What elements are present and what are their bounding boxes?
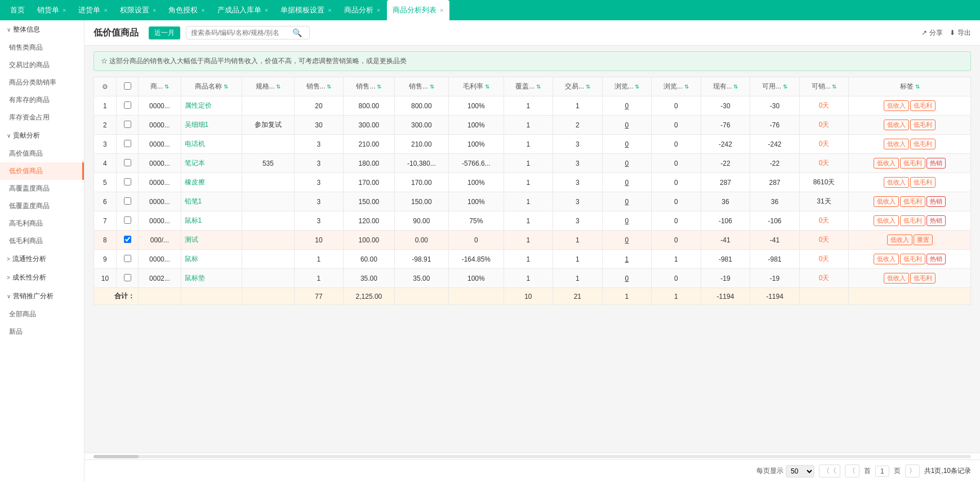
cell-checkbox[interactable] xyxy=(116,154,138,173)
nav-product-instock[interactable]: 产成品入库单 × xyxy=(212,0,274,20)
sort-icon[interactable]: ⇅ xyxy=(428,83,434,90)
sort-icon[interactable]: ⇅ xyxy=(732,83,738,90)
row-checkbox[interactable] xyxy=(124,121,131,128)
per-page-select[interactable]: 50 100 200 xyxy=(786,465,814,477)
first-page-button[interactable]: 〈〈 xyxy=(819,465,840,477)
nav-purchase-order[interactable]: 进货单 × xyxy=(73,0,113,20)
sort-icon[interactable]: ⇅ xyxy=(831,83,837,90)
sidebar-item-low-value[interactable]: 低价值商品 xyxy=(0,162,84,180)
browse-link[interactable]: 0 xyxy=(625,160,629,167)
nav-product-analysis-list[interactable]: 商品分析列表 × xyxy=(387,0,449,20)
row-checkbox[interactable] xyxy=(124,236,131,243)
cell-name[interactable]: 电话机 xyxy=(181,135,242,154)
sort-icon[interactable]: ⇅ xyxy=(326,83,332,90)
sort-icon[interactable]: ⇅ xyxy=(163,83,169,90)
sort-icon[interactable]: ⇅ xyxy=(914,83,920,90)
sidebar-item-high-coverage[interactable]: 高覆盖度商品 xyxy=(0,180,84,197)
nav-permission[interactable]: 权限设置 × xyxy=(114,0,162,20)
sort-icon[interactable]: ⇅ xyxy=(683,83,689,90)
time-filter-button[interactable]: 近一月 xyxy=(149,26,180,39)
search-icon[interactable]: 🔍 xyxy=(292,28,302,37)
nav-home[interactable]: 首页 xyxy=(5,0,30,20)
sidebar-section-growth[interactable]: > 成长性分析 xyxy=(0,268,84,287)
sidebar-item-all-products[interactable]: 全部商品 xyxy=(0,306,84,323)
sidebar-section-contribution[interactable]: ∨ 贡献分析 xyxy=(0,126,84,145)
close-icon[interactable]: × xyxy=(265,7,268,14)
sidebar-section-overall[interactable]: ∨ 整体信息 xyxy=(0,20,84,39)
nav-template-settings[interactable]: 单据模板设置 × xyxy=(275,0,337,20)
browse-link[interactable]: 0 xyxy=(625,217,629,225)
sort-icon[interactable]: ⇅ xyxy=(781,83,787,90)
close-icon[interactable]: × xyxy=(440,7,443,14)
cell-checkbox[interactable] xyxy=(116,173,138,192)
cell-name[interactable]: 鼠标垫 xyxy=(181,269,242,288)
select-all-checkbox[interactable] xyxy=(124,82,131,90)
cell-checkbox[interactable] xyxy=(116,269,138,288)
browse-link[interactable]: 0 xyxy=(625,198,629,206)
sidebar-section-marketing[interactable]: ∨ 营销推广分析 xyxy=(0,287,84,306)
sidebar-item-low-margin[interactable]: 低毛利商品 xyxy=(0,232,84,250)
nav-role-auth[interactable]: 角色授权 × xyxy=(163,0,210,20)
sidebar-section-flow[interactable]: > 流通性分析 xyxy=(0,250,84,268)
sort-icon[interactable]: ⇅ xyxy=(634,83,640,90)
cell-checkbox[interactable] xyxy=(116,231,138,250)
browse-link[interactable]: 0 xyxy=(625,121,629,129)
prev-page-button[interactable]: 〈 xyxy=(845,465,859,477)
sidebar-item-stocked-products[interactable]: 有库存的商品 xyxy=(0,91,84,109)
cell-checkbox[interactable] xyxy=(116,250,138,269)
cell-name[interactable]: 鼠标1 xyxy=(181,211,242,231)
row-checkbox[interactable] xyxy=(124,101,131,109)
sidebar-item-low-coverage[interactable]: 低覆盖度商品 xyxy=(0,197,84,215)
cell-name[interactable]: 属性定价 xyxy=(181,96,242,116)
col-settings[interactable]: ⚙ xyxy=(94,77,117,96)
sort-icon[interactable]: ⇅ xyxy=(222,83,228,90)
sidebar-item-new-products[interactable]: 新品 xyxy=(0,323,84,341)
row-checkbox[interactable] xyxy=(124,197,131,205)
sort-icon[interactable]: ⇅ xyxy=(483,83,489,90)
browse-link[interactable]: 0 xyxy=(625,275,629,282)
sidebar-item-high-value[interactable]: 高价值商品 xyxy=(0,145,84,162)
cell-name[interactable]: 鼠标 xyxy=(181,250,242,269)
cell-checkbox[interactable] xyxy=(116,192,138,211)
sidebar-item-high-margin[interactable]: 高毛利商品 xyxy=(0,215,84,232)
sidebar-item-traded-products[interactable]: 交易过的商品 xyxy=(0,56,84,74)
close-icon[interactable]: × xyxy=(377,7,380,14)
sort-icon[interactable]: ⇅ xyxy=(534,83,541,90)
sidebar-item-stock-capital[interactable]: 库存资金占用 xyxy=(0,109,84,126)
row-checkbox[interactable] xyxy=(124,140,131,147)
close-icon[interactable]: × xyxy=(201,7,204,14)
cell-checkbox[interactable] xyxy=(116,96,138,116)
row-checkbox[interactable] xyxy=(124,178,131,185)
sidebar-item-sales-products[interactable]: 销售类商品 xyxy=(0,39,84,56)
browse-link[interactable]: 1 xyxy=(625,255,629,263)
sort-icon[interactable]: ⇅ xyxy=(275,83,281,90)
gear-icon[interactable]: ⚙ xyxy=(102,83,108,91)
sidebar-item-category-rate[interactable]: 商品分类助销率 xyxy=(0,74,84,91)
close-icon[interactable]: × xyxy=(153,7,156,14)
browse-link[interactable]: 0 xyxy=(625,102,629,110)
close-icon[interactable]: × xyxy=(63,7,66,14)
cell-checkbox[interactable] xyxy=(116,116,138,135)
row-checkbox[interactable] xyxy=(124,159,131,166)
browse-link[interactable]: 0 xyxy=(625,140,629,148)
close-icon[interactable]: × xyxy=(328,7,331,14)
export-button[interactable]: ⬇ 导出 xyxy=(950,28,971,38)
share-button[interactable]: ↗ 分享 xyxy=(921,28,943,38)
nav-product-analysis[interactable]: 商品分析 × xyxy=(338,0,386,20)
cell-name[interactable]: 测试 xyxy=(181,231,242,250)
browse-link[interactable]: 0 xyxy=(625,236,629,244)
cell-name[interactable]: 铅笔1 xyxy=(181,192,242,211)
browse-link[interactable]: 0 xyxy=(625,179,629,187)
nav-sales-order[interactable]: 销货单 × xyxy=(32,0,72,20)
cell-checkbox[interactable] xyxy=(116,135,138,154)
cell-name[interactable]: 笔记本 xyxy=(181,154,242,173)
scroll-thumb[interactable] xyxy=(93,455,139,458)
row-checkbox[interactable] xyxy=(124,216,131,224)
cell-name[interactable]: 橡皮擦 xyxy=(181,173,242,192)
close-icon[interactable]: × xyxy=(104,7,107,14)
search-input[interactable] xyxy=(191,29,292,37)
cell-name[interactable]: 吴细细1 xyxy=(181,116,242,135)
row-checkbox[interactable] xyxy=(124,255,131,262)
sort-icon[interactable]: ⇅ xyxy=(584,83,590,90)
sort-icon[interactable]: ⇅ xyxy=(376,83,382,90)
